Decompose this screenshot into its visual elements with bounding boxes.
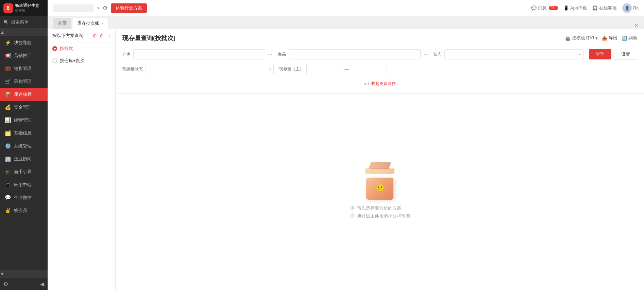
- inventory-amount-label: 现存量（主）: [279, 66, 304, 72]
- status-field: 状态 ▾: [434, 49, 583, 59]
- filter-item-by-batch[interactable]: 按批次: [48, 42, 115, 55]
- settings-btn[interactable]: 设置: [614, 49, 637, 60]
- app-download-group[interactable]: 📱 App下载: [563, 5, 587, 11]
- collapse-row[interactable]: ∧∧ 收起更多条件: [122, 78, 637, 89]
- filter-title: 按以下方案查询: [52, 33, 91, 39]
- refresh-icon: 🔄: [622, 36, 627, 41]
- filter-label-by-batch: 按批次: [60, 46, 73, 52]
- marketing-label: 营销推广: [14, 53, 32, 59]
- sidebar-item-collab[interactable]: 🏢 企业协同: [0, 152, 48, 165]
- online-service-group[interactable]: 🎧 在线客服: [592, 5, 617, 11]
- tip-num-2: 2: [350, 213, 355, 219]
- status-select-wrapper: ▾: [444, 49, 583, 59]
- apps-icon: 📱: [5, 182, 11, 188]
- sidebar-item-quick-nav[interactable]: ⚡ 快捷导航: [0, 36, 48, 49]
- filter-add-icon[interactable]: ⊕: [93, 33, 97, 38]
- empty-illustration: 😕: [359, 162, 400, 200]
- product-dots[interactable]: ···: [423, 51, 428, 57]
- topbar-gear-icon[interactable]: ⚙: [103, 5, 107, 11]
- product-input[interactable]: [289, 49, 421, 59]
- warehouse-dots[interactable]: ···: [268, 51, 272, 57]
- messages-icon: 💬: [531, 5, 537, 11]
- sidebar-logo: 6: [3, 3, 13, 13]
- page-header-actions: 🖨️ 按模板打印 ▾ 📤 导出 🔄 刷新: [565, 35, 637, 41]
- refresh-btn[interactable]: 🔄 刷新: [622, 35, 637, 41]
- sidebar-item-finance[interactable]: 💰 资金管理: [0, 101, 48, 114]
- box-lid: [365, 168, 395, 174]
- sidebar-item-marketing[interactable]: 📢 营销推广: [0, 49, 48, 62]
- warehouse-label: 仓库: [122, 52, 131, 57]
- wechat-label: 企业微信: [14, 195, 32, 201]
- print-template-btn[interactable]: 🖨️ 按模板打印 ▾: [565, 35, 598, 41]
- footer-settings-icon[interactable]: ⚙: [3, 281, 8, 287]
- form-row-2: 现存量状态 ▾ 现存量（主）: [122, 64, 637, 74]
- warehouse-input[interactable]: [133, 49, 265, 59]
- sidebar: 6 畅康通好生意 标准版 🔍 搜索菜单 ▲ ⚡ 快捷导航 📢 营销推广 💼 销售…: [0, 0, 48, 290]
- topbar-search-input[interactable]: [53, 4, 94, 12]
- inventory-amount-from-input[interactable]: [306, 64, 340, 74]
- guide-icon: 🎓: [5, 169, 11, 175]
- filter-label-by-warehouse-batch: 按仓库+批次: [60, 58, 85, 64]
- topbar-dropdown-icon[interactable]: ▾: [97, 6, 99, 11]
- query-form: 仓库 ··· 商品 ···: [116, 45, 644, 94]
- topbar: ▾ ⚙ 体验行业方案 💬 消息 99+ 📱 App下载 🎧 在线客服 👤 Rit: [48, 0, 644, 16]
- form-row-1: 仓库 ··· 商品 ···: [122, 49, 637, 60]
- sidebar-footer: ⚙ ◀: [0, 278, 48, 290]
- status-field-row: 状态 ▾: [434, 49, 583, 59]
- sidebar-item-operations[interactable]: 📊 经营管理: [0, 114, 48, 127]
- filter-settings-icon[interactable]: ⊙: [100, 33, 104, 38]
- sidebar-header: 6 畅康通好生意 标准版: [0, 0, 48, 16]
- sidebar-item-member[interactable]: ✌️ 畅会员: [0, 204, 48, 217]
- sidebar-item-inventory[interactable]: 📦 库存核算: [0, 88, 48, 101]
- refresh-label: 刷新: [628, 35, 637, 41]
- tip-text-1: 请先选择要分析的方案: [357, 205, 401, 211]
- tabbar: 首页 库存批次账 × ✕: [48, 16, 644, 29]
- tab-inventory-batch-label: 库存批次账: [77, 20, 99, 26]
- apps-label: 应用中心: [14, 182, 32, 188]
- tab-close-icon[interactable]: ×: [101, 21, 104, 26]
- tip-num-1: 1: [350, 205, 355, 211]
- sidebar-item-guide[interactable]: 🎓 新手引导: [0, 165, 48, 178]
- messages-group[interactable]: 💬 消息 99+: [531, 5, 558, 11]
- panel-close-icon[interactable]: ✕: [634, 22, 639, 29]
- purchase-icon: 🛒: [5, 78, 11, 85]
- purchase-label: 采购管理: [14, 78, 32, 85]
- filter-panel: 按以下方案查询 ⊕ ⊙ 《 按批次 按仓库+批次: [48, 29, 116, 290]
- tab-inventory-batch[interactable]: 库存批次账 ×: [72, 18, 109, 29]
- user-group[interactable]: 👤 Rit: [622, 3, 639, 13]
- inventory-label: 库存核算: [14, 91, 32, 97]
- scroll-up-btn[interactable]: ▲: [0, 28, 48, 36]
- filter-item-by-warehouse-batch[interactable]: 按仓库+批次: [48, 55, 115, 67]
- empty-tips: 1 请先选择要分析的方案 2 用过滤条件来缩小分析范围: [350, 205, 410, 221]
- tab-home[interactable]: 首页: [53, 18, 71, 29]
- inventory-amount-to-input[interactable]: [353, 64, 387, 74]
- scroll-down-btn[interactable]: ▼: [0, 270, 48, 278]
- warehouse-field-row: 仓库 ···: [122, 49, 272, 59]
- tab-home-label: 首页: [58, 20, 67, 26]
- edition-label: 标准版: [15, 8, 39, 13]
- content-area: 现存量查询(按批次) 🖨️ 按模板打印 ▾ 📤 导出 🔄 刷新: [116, 29, 644, 290]
- sidebar-item-system[interactable]: ⚙️ 系统管理: [0, 140, 48, 152]
- footer-toggle-icon[interactable]: ◀: [40, 281, 44, 287]
- sidebar-item-sales[interactable]: 💼 销售管理: [0, 62, 48, 75]
- inventory-status-select[interactable]: [146, 64, 274, 74]
- query-btn[interactable]: 查询: [589, 49, 611, 59]
- guide-label: 新手引导: [14, 169, 32, 175]
- export-btn[interactable]: 📤 导出: [602, 35, 617, 41]
- box-top-decoration: [368, 162, 391, 169]
- app-download-label: App下载: [570, 5, 587, 11]
- experience-btn[interactable]: 体验行业方案: [111, 3, 147, 13]
- status-select[interactable]: [444, 49, 583, 59]
- filter-collapse-icon[interactable]: 《: [106, 33, 111, 39]
- sidebar-item-basic[interactable]: 🗂️ 基础信息: [0, 127, 48, 140]
- inventory-status-field-row: 现存量状态 ▾: [122, 64, 274, 74]
- print-dropdown-icon[interactable]: ▾: [595, 36, 598, 41]
- filter-header-icons: ⊕ ⊙ 《: [93, 33, 111, 39]
- sidebar-search[interactable]: 🔍 搜索菜单: [0, 16, 48, 28]
- sidebar-item-apps[interactable]: 📱 应用中心: [0, 178, 48, 191]
- sidebar-item-wechat[interactable]: 💬 企业微信: [0, 191, 48, 204]
- finance-icon: 💰: [5, 104, 11, 110]
- system-label: 系统管理: [14, 143, 32, 149]
- sidebar-item-purchase[interactable]: 🛒 采购管理: [0, 75, 48, 88]
- messages-badge: 99+: [549, 6, 558, 10]
